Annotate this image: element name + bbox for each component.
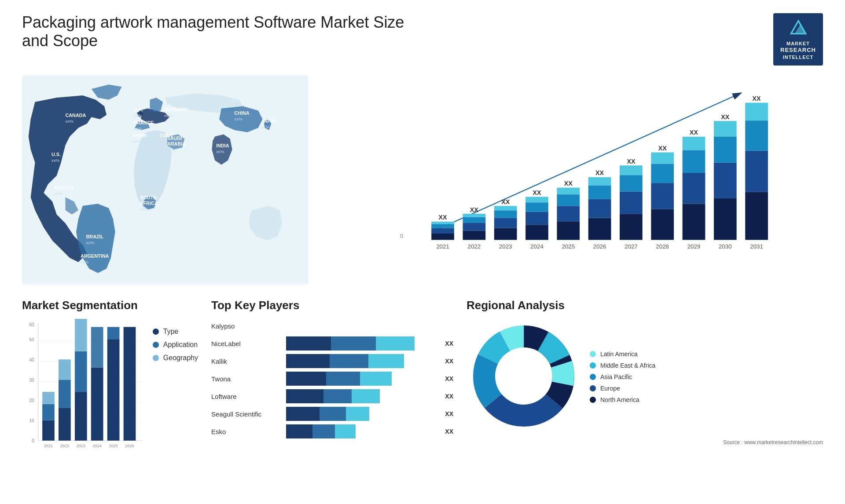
regional-label-europe: Europe xyxy=(600,385,620,392)
svg-text:2026: 2026 xyxy=(125,444,134,448)
player-value-loftware: XX xyxy=(445,393,453,400)
svg-text:XX: XX xyxy=(470,206,479,213)
svg-text:BRAZIL: BRAZIL xyxy=(86,234,104,239)
svg-text:60: 60 xyxy=(29,322,34,327)
player-value-twona: XX xyxy=(445,375,453,382)
regional-legend-latin: Latin America xyxy=(590,351,655,358)
svg-rect-51 xyxy=(494,218,517,228)
svg-text:xx%: xx% xyxy=(86,240,95,245)
player-bar-kallik xyxy=(286,354,437,368)
bar-seg3 xyxy=(352,389,380,403)
player-name-loftware: Loftware xyxy=(211,393,282,400)
legend-label-geography: Geography xyxy=(163,354,198,362)
svg-rect-133 xyxy=(107,339,120,441)
bar-seg2 xyxy=(323,389,352,403)
player-row-kallik: Kallik XX xyxy=(211,354,453,368)
legend-label-type: Type xyxy=(163,328,179,336)
svg-marker-1 xyxy=(794,25,805,34)
svg-text:XX: XX xyxy=(564,180,573,187)
svg-text:30: 30 xyxy=(29,378,34,383)
legend-dot-application xyxy=(153,342,159,348)
bar-seg2 xyxy=(331,336,376,351)
svg-text:U.S.: U.S. xyxy=(51,152,61,157)
legend-dot-geography xyxy=(153,355,159,361)
logo-box: MARKET RESEARCH INTELLECT xyxy=(773,13,823,66)
players-section: Top Key Players Kalypso NiceLabel xyxy=(211,299,453,492)
regional-dot-latin xyxy=(590,351,596,357)
bar-seg2 xyxy=(330,354,368,368)
bar-seg1 xyxy=(286,336,331,351)
bar-seg2 xyxy=(320,407,346,421)
player-row-nicelabel: NiceLabel XX xyxy=(211,336,453,351)
svg-text:2022: 2022 xyxy=(60,444,70,448)
segment-section: Market Segmentation 0 10 20 30 40 50 xyxy=(22,299,198,492)
player-bar-loftware xyxy=(286,389,437,403)
svg-rect-70 xyxy=(588,186,611,199)
player-row-twona: Twona XX xyxy=(211,372,453,386)
svg-text:20: 20 xyxy=(29,398,34,403)
svg-rect-93 xyxy=(714,163,737,198)
svg-rect-119 xyxy=(42,404,55,420)
world-map-svg: CANADA xx% U.S. xx% MEXICO xx% BRAZIL xx… xyxy=(22,74,308,285)
svg-rect-87 xyxy=(683,173,705,204)
svg-text:JAPAN: JAPAN xyxy=(261,118,277,124)
svg-rect-81 xyxy=(651,183,674,209)
regional-legend: Latin America Middle East & Africa Asia … xyxy=(590,351,655,403)
svg-text:XX: XX xyxy=(533,189,541,196)
bar-seg1 xyxy=(286,424,312,438)
svg-text:xx%: xx% xyxy=(261,124,270,129)
svg-rect-77 xyxy=(620,165,643,175)
source-text: Source : www.marketresearchintellect.com xyxy=(467,439,823,446)
svg-text:2024: 2024 xyxy=(92,444,102,448)
svg-rect-59 xyxy=(525,197,548,203)
header: Packaging artwork management Software Ma… xyxy=(22,13,823,66)
regional-section: Regional Analysis xyxy=(467,299,823,492)
bar-seg1 xyxy=(286,354,330,368)
svg-text:0: 0 xyxy=(400,233,403,239)
svg-text:2028: 2028 xyxy=(656,243,669,250)
svg-rect-74 xyxy=(620,214,643,240)
svg-text:xx%: xx% xyxy=(164,113,173,118)
regional-legend-europe: Europe xyxy=(590,385,655,392)
svg-text:U.K.: U.K. xyxy=(134,107,143,113)
svg-rect-134 xyxy=(107,327,120,340)
svg-text:2023: 2023 xyxy=(77,444,86,448)
player-row-kalypso: Kalypso xyxy=(211,319,453,333)
svg-text:40: 40 xyxy=(29,358,34,362)
svg-rect-126 xyxy=(75,392,87,441)
svg-rect-98 xyxy=(745,192,768,240)
svg-rect-69 xyxy=(588,199,611,218)
player-value-kallik: XX xyxy=(445,358,453,365)
svg-rect-123 xyxy=(59,380,71,409)
svg-rect-47 xyxy=(463,214,486,217)
svg-rect-94 xyxy=(714,137,737,163)
svg-rect-46 xyxy=(463,217,486,223)
legend-item-geography: Geography xyxy=(153,354,198,362)
bar-seg1 xyxy=(286,372,326,386)
svg-point-143 xyxy=(496,349,551,403)
svg-text:SAUDI: SAUDI xyxy=(167,136,182,141)
player-name-seagull: Seagull Scientific xyxy=(211,410,282,418)
svg-rect-122 xyxy=(59,408,71,441)
svg-rect-76 xyxy=(620,175,643,191)
player-bar-nicelabel xyxy=(286,336,437,351)
svg-rect-127 xyxy=(75,351,87,392)
bar-seg3 xyxy=(346,407,369,421)
player-bar-kalypso xyxy=(286,319,453,333)
svg-rect-45 xyxy=(463,223,486,231)
player-row-esko: Esko XX xyxy=(211,424,453,438)
logo-line3: INTELLECT xyxy=(780,54,816,60)
player-name-kallik: Kallik xyxy=(211,358,282,365)
players-title: Top Key Players xyxy=(211,299,453,312)
svg-rect-41 xyxy=(431,222,454,224)
regional-label-mea: Middle East & Africa xyxy=(600,362,655,369)
svg-text:XX: XX xyxy=(627,158,636,165)
player-row-loftware: Loftware XX xyxy=(211,389,453,403)
regional-title: Regional Analysis xyxy=(467,299,823,312)
svg-rect-128 xyxy=(75,319,87,351)
bar-seg2 xyxy=(312,424,335,438)
svg-rect-44 xyxy=(463,231,486,240)
svg-text:XX: XX xyxy=(721,113,730,121)
svg-text:2029: 2029 xyxy=(687,243,701,250)
svg-rect-53 xyxy=(494,206,517,211)
